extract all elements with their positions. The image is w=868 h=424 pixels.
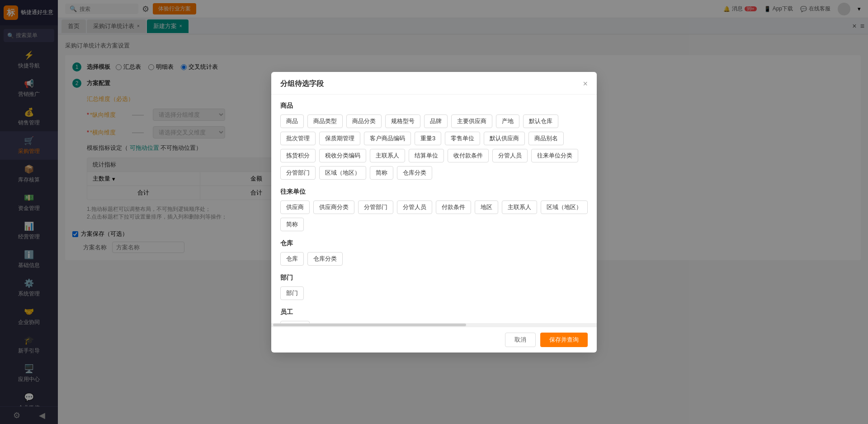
field-tag-goods-5[interactable]: 主要供应商 [451,114,492,128]
field-tag-goods-19[interactable]: 收付款条件 [448,149,489,162]
field-group-staff-title: 员工 [280,308,588,316]
field-tag-partner-4[interactable]: 付款条件 [436,200,471,214]
field-tag-warehouse-1[interactable]: 仓库分类 [307,252,343,266]
field-tag-goods-17[interactable]: 主联系人 [370,149,405,162]
field-tag-partner-5[interactable]: 地区 [475,200,498,214]
field-tag-goods-25[interactable]: 仓库分类 [397,166,432,180]
field-tags-dept: 部门 [280,286,588,300]
field-tag-partner-8[interactable]: 简称 [280,218,304,231]
scrollbar-thumb[interactable] [273,324,466,326]
field-tag-goods-23[interactable]: 区域（地区） [319,166,366,180]
dialog-footer: 取消 保存并查询 [271,327,597,353]
field-tag-goods-7[interactable]: 默认仓库 [523,114,558,128]
dialog-horizontal-scrollbar[interactable] [271,323,597,326]
field-group-goods-title: 商品 [280,102,588,110]
field-tag-warehouse-0[interactable]: 仓库 [280,252,304,266]
field-tag-goods-8[interactable]: 批次管理 [280,132,316,145]
field-tag-goods-1[interactable]: 商品类型 [307,114,343,128]
field-tags-goods: 商品 商品类型 商品分类 规格型号 品牌 主要供应商 产地 默认仓库 批次管理 … [280,114,588,180]
field-tags-warehouse: 仓库 仓库分类 [280,252,588,266]
field-tag-goods-11[interactable]: 重量3 [415,132,441,145]
field-group-dept-title: 部门 [280,274,588,282]
field-tag-dept-0[interactable]: 部门 [280,286,304,300]
cancel-button[interactable]: 取消 [505,333,536,347]
field-tag-partner-1[interactable]: 供应商分类 [313,200,354,214]
field-group-warehouse-title: 仓库 [280,239,588,248]
field-tag-goods-22[interactable]: 分管部门 [280,166,316,180]
modal-overlay: 分组待选字段 × 商品 商品 商品类型 商品分类 规格型号 品牌 主要供应商 产… [0,0,868,424]
dialog-close-button[interactable]: × [583,79,588,89]
field-tag-goods-3[interactable]: 规格型号 [385,114,420,128]
field-group-partner: 往来单位 供应商 供应商分类 分管部门 分管人员 付款条件 地区 主联系人 区域… [280,188,588,231]
field-tag-goods-16[interactable]: 税收分类编码 [319,149,366,162]
field-tag-partner-6[interactable]: 主联系人 [502,200,537,214]
field-select-dialog: 分组待选字段 × 商品 商品 商品类型 商品分类 规格型号 品牌 主要供应商 产… [271,72,597,353]
field-tag-goods-20[interactable]: 分管人员 [492,149,528,162]
confirm-button[interactable]: 保存并查询 [540,333,588,347]
field-tag-goods-13[interactable]: 默认供应商 [484,132,525,145]
field-group-warehouse: 仓库 仓库 仓库分类 [280,239,588,266]
field-tag-goods-10[interactable]: 客户商品编码 [364,132,411,145]
dialog-body: 商品 商品 商品类型 商品分类 规格型号 品牌 主要供应商 产地 默认仓库 批次… [271,95,597,324]
field-group-dept: 部门 部门 [280,274,588,300]
field-group-goods: 商品 商品 商品类型 商品分类 规格型号 品牌 主要供应商 产地 默认仓库 批次… [280,102,588,180]
field-tag-goods-6[interactable]: 产地 [496,114,519,128]
field-tag-goods-24[interactable]: 简称 [370,166,393,180]
field-tag-goods-21[interactable]: 往来单位分类 [531,149,578,162]
field-tag-goods-4[interactable]: 品牌 [424,114,448,128]
field-tag-goods-9[interactable]: 保质期管理 [319,132,360,145]
field-tag-goods-12[interactable]: 零售单位 [445,132,480,145]
field-tag-goods-0[interactable]: 商品 [280,114,304,128]
dialog-header: 分组待选字段 × [271,72,597,95]
field-tag-partner-7[interactable]: 区域（地区） [541,200,588,214]
field-tag-goods-14[interactable]: 商品别名 [528,132,564,145]
field-tag-goods-15[interactable]: 拣货积分 [280,149,316,162]
field-tags-partner: 供应商 供应商分类 分管部门 分管人员 付款条件 地区 主联系人 区域（地区） … [280,200,588,231]
field-tag-partner-3[interactable]: 分管人员 [397,200,432,214]
field-tag-goods-2[interactable]: 商品分类 [346,114,382,128]
field-tag-goods-18[interactable]: 结算单位 [409,149,444,162]
field-group-staff: 员工 业务员 [280,308,588,324]
field-group-partner-title: 往来单位 [280,188,588,196]
field-tag-partner-0[interactable]: 供应商 [280,200,310,214]
field-tag-partner-2[interactable]: 分管部门 [358,200,393,214]
dialog-title: 分组待选字段 [280,79,324,89]
